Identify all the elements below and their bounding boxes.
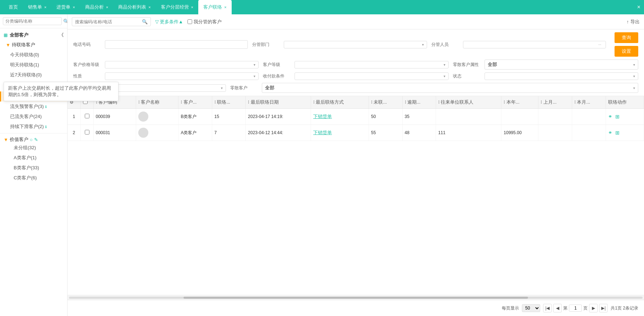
sidebar-search-icon[interactable]: 🔍 [63,19,68,24]
row-1-link-icon[interactable]: ⚭ [608,114,612,119]
col-not-contacted: ⁝ 未联... [369,96,402,109]
query-button[interactable]: 查询 [615,32,638,43]
sidebar-item-declining[interactable]: 持续下滑客户(2) ℹ [0,122,67,132]
filter-status: 状态 [453,72,638,80]
close-all-tabs[interactable]: × [637,4,640,10]
filter-search-icon[interactable]: 🔍 [142,19,148,24]
customer-type-select[interactable] [114,84,226,92]
page-size-select[interactable]: 50 20 100 [522,304,540,312]
row-2-method-link[interactable]: 下销货单 [313,130,332,135]
filter-row-3: 性质 收付款条件 状态 [73,72,638,80]
chevron-up-icon: ▲ [179,19,183,24]
close-customer-contact-tab[interactable]: × [224,5,226,9]
row-1-overdue: 35 [402,109,436,125]
row-1-grid-icon[interactable]: ⊞ [615,114,620,119]
price-level-select[interactable] [105,61,259,69]
row-1-action-icons: ⚭ ⊞ [608,114,641,119]
sidebar-item-ungroup[interactable]: 未分组(32) [4,143,64,153]
sidebar-item-b-class[interactable]: B类客户(33) [4,163,64,173]
settings-button[interactable]: 设置 [615,46,638,57]
scrollbar-thumb[interactable] [184,297,528,299]
payment-select[interactable] [295,72,448,80]
sidebar-item-a-class[interactable]: A类客户(1) [4,153,64,163]
edit2-icon-value[interactable]: ✎ [34,137,38,142]
sidebar-item-c-class[interactable]: C类客户(6) [4,173,64,183]
sidebar-value-header[interactable]: ▼ 价值客户 ○ ✎ [4,136,64,143]
row-2-name-cell [138,128,176,138]
row-1-last-contact-method: 下销货单 [311,109,369,125]
my-customer-filter: 我分管的客户 [187,19,222,25]
status-select[interactable] [485,72,638,80]
scrollbar-track[interactable] [69,297,643,299]
close-purchase-tab[interactable]: × [73,5,75,9]
department-select[interactable] [284,41,427,48]
col-overdue: ⁝ 逾期... [402,96,436,109]
page-number-input[interactable] [569,305,582,312]
sidebar-item-churn-warning[interactable]: 流失预警客户(3) ℹ [0,102,67,112]
col-name: ⁝ 客户名称 [136,96,178,109]
export-button[interactable]: ↑ 导出 [627,19,640,25]
nav-tab-analysis-list[interactable]: 商品分析列表 × [113,0,156,14]
nav-tab-sales[interactable]: 销售单 × [23,0,51,14]
col-customer-type: ⁝ 客户... [179,96,212,109]
row-2-grid-icon[interactable]: ⊞ [615,130,620,136]
phone-input[interactable] [105,40,248,49]
filter-bar: 🔍 ▽ 更多条件 ▲ 我分管的客户 ↑ 导出 [68,14,644,29]
close-sales-tab[interactable]: × [44,5,46,9]
col-last-contact-date: ⁝ 最后联络日期 [246,96,311,109]
row-2-checkbox[interactable] [85,130,89,135]
edit-icon-value[interactable]: ○ [30,137,33,142]
sidebar-search-input[interactable] [3,17,62,25]
pagination-bar: 每页显示 50 20 100 |◀ ◀ 第 页 ▶ ▶| 共1页 2条记录 [68,300,644,316]
row-2-link-icon[interactable]: ⚭ [608,130,612,136]
row-1-not-contacted: 50 [369,109,402,125]
manager-select[interactable]: ··· [463,41,606,48]
close-analysis-list-tab[interactable]: × [148,5,150,9]
first-page-btn[interactable]: |◀ [543,304,552,312]
close-analysis-tab[interactable]: × [106,5,108,9]
horizontal-scrollbar[interactable] [68,295,644,300]
customer-level-select[interactable] [295,61,448,69]
col-contact: ⁝ 联络... [212,96,246,109]
nav-tab-purchase[interactable]: 进货单 × [51,0,80,14]
sidebar-all-customers[interactable]: ⊞ 全部客户 《 [0,30,67,40]
row-1-name [136,109,178,125]
retail-customer-select[interactable]: 全部 [262,83,638,93]
sidebar-pending-title[interactable]: ▼ 待联络客户 [0,40,67,50]
nav-tab-customer-contact[interactable]: 客户联络 × [198,0,231,14]
retail-attr-select[interactable]: 全部 [485,60,638,70]
row-1-checkbox[interactable] [85,114,89,118]
last-page-btn[interactable]: ▶| [599,304,608,312]
gender-select[interactable] [105,72,259,80]
col-action: 联络动作 [606,96,644,109]
nav-tab-analysis[interactable]: 商品分析 × [80,0,113,14]
filter-search-input[interactable] [75,19,142,24]
prev-page-btn[interactable]: ◀ [553,304,562,312]
gender-arrow [254,74,255,78]
nav-tab-home[interactable]: 首页 [4,0,23,14]
next-page-btn[interactable]: ▶ [589,304,598,312]
filter-more-conditions[interactable]: ▽ 更多条件 ▲ [155,19,183,25]
row-1-this-month [572,109,606,125]
my-customer-checkbox[interactable] [187,19,192,24]
row-2-name [136,125,178,141]
sidebar-item-7days[interactable]: 近7天待联络(0) [0,70,67,80]
sidebar-item-tomorrow[interactable]: 明天待联络(1) [0,60,67,70]
row-1-avatar [138,112,148,122]
row-checkbox-2[interactable] [80,125,93,141]
row-1-method-link[interactable]: 下销货单 [313,114,332,119]
sidebar-collapse-btn[interactable]: 《 [59,32,64,38]
info-icon-churn[interactable]: ℹ [45,105,47,109]
nav-tab-customer-tier[interactable]: 客户分层经营 × [156,0,198,14]
filter-gender: 性质 [73,72,259,80]
row-1-code: 000039 [93,109,136,125]
table-row: 2 000031 A类客户 7 2023-04-12 14:44: [68,125,644,141]
col-unit-contact: ⁝ 往来单位联系人 [436,96,501,109]
info-icon-declining[interactable]: ℹ [45,125,47,129]
filter-customer-level: 客户等级 [263,61,448,69]
sidebar-item-today[interactable]: 今天待联络(0) [0,50,67,60]
sidebar-item-churned[interactable]: 已流失客户(24) [0,112,67,122]
close-customer-tier-tab[interactable]: × [191,5,193,9]
department-arrow [422,43,424,47]
row-checkbox-1[interactable] [80,109,93,125]
